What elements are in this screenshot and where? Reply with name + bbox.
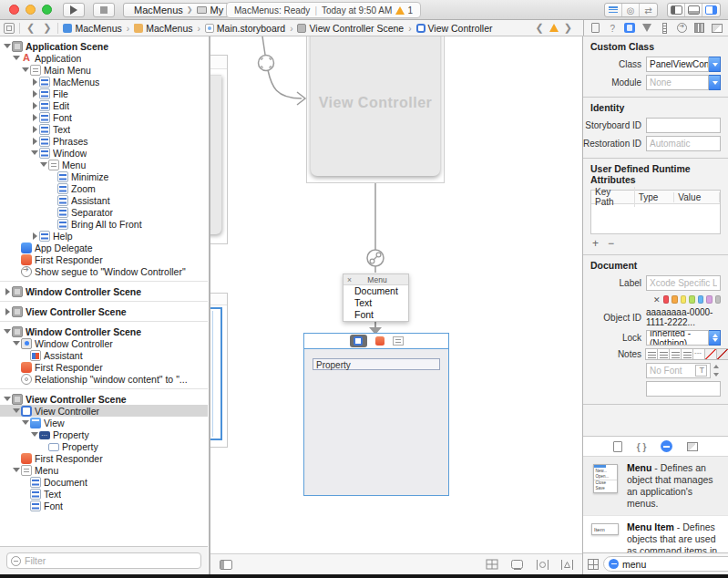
disclosure-triangle[interactable]	[30, 114, 39, 121]
class-dropdown-button[interactable]	[709, 57, 721, 72]
related-items-icon[interactable]	[4, 23, 15, 34]
outline-item[interactable]: First Responder	[0, 253, 208, 265]
disclosure-triangle[interactable]	[21, 67, 30, 72]
toggle-utilities-button[interactable]	[702, 4, 720, 16]
outline-item[interactable]: Window Controller Scene	[0, 285, 208, 297]
outline-item[interactable]: Menu	[0, 464, 208, 476]
disclosure-triangle[interactable]	[30, 90, 39, 98]
disclosure-triangle[interactable]	[3, 329, 12, 334]
menu-icon[interactable]	[393, 336, 404, 346]
disclosure-triangle[interactable]	[12, 468, 21, 472]
view-effects-inspector-tab[interactable]	[711, 22, 723, 34]
disclosure-triangle[interactable]	[39, 162, 48, 167]
media-library-tab[interactable]	[687, 442, 698, 451]
embed-in-stack-icon[interactable]	[486, 559, 499, 571]
disclosure-triangle[interactable]	[30, 432, 39, 437]
status-warning[interactable]: 1	[395, 5, 413, 15]
outline-item[interactable]: Zoom	[0, 182, 208, 194]
run-button[interactable]	[63, 3, 85, 17]
disclosure-triangle[interactable]	[30, 150, 39, 155]
notes-font-field[interactable]	[646, 363, 711, 378]
assistant-editor-button[interactable]	[622, 4, 640, 16]
disclosure-triangle[interactable]	[30, 232, 39, 240]
outline-item[interactable]: Font	[0, 500, 208, 511]
outline-item[interactable]: App Delegate	[0, 242, 208, 253]
standard-editor-button[interactable]	[605, 4, 622, 16]
panel-divider[interactable]	[210, 36, 210, 574]
outline-item[interactable]: Phrases	[0, 135, 208, 147]
breadcrumb-item[interactable]: Main.storyboard	[205, 23, 285, 34]
outline-item[interactable]: Assistant	[0, 349, 208, 361]
update-frames-icon[interactable]	[510, 559, 525, 571]
no-color-icon[interactable]	[653, 294, 661, 304]
minimize-window-button[interactable]	[26, 5, 36, 15]
outline-item[interactable]: Text	[0, 123, 208, 135]
outline-item[interactable]: Property	[0, 428, 208, 440]
lock-dropdown-button[interactable]	[709, 330, 721, 346]
align-right-button[interactable]	[669, 348, 682, 360]
breadcrumb-item[interactable]: MacMenus	[63, 23, 121, 34]
outline-item[interactable]: Text	[0, 488, 208, 500]
outline-item[interactable]: View Controller Scene	[0, 393, 208, 405]
label-color-swatch[interactable]	[706, 295, 713, 304]
view-controller-scene-frame[interactable]: View Controller	[306, 36, 445, 183]
outline-item[interactable]: Edit	[0, 99, 208, 111]
disclosure-triangle[interactable]	[3, 44, 12, 48]
font-size-stepper[interactable]	[713, 364, 721, 377]
module-field[interactable]: None	[646, 75, 709, 90]
class-field[interactable]: PanelViewController ⓧ	[646, 57, 709, 72]
outline-item[interactable]: Bring All to Front	[0, 218, 208, 230]
forward-button[interactable]: ❯	[41, 22, 53, 34]
bindings-inspector-tab[interactable]	[693, 22, 706, 34]
disclosure-triangle[interactable]	[3, 308, 12, 315]
view-controller-view[interactable]: View Controller	[311, 36, 440, 176]
code-snippet-library-tab[interactable]	[637, 441, 647, 452]
disclosure-triangle[interactable]	[30, 126, 39, 133]
spacing-button[interactable]	[692, 348, 705, 360]
panel-view-controller[interactable]	[303, 333, 449, 496]
align-icon[interactable]	[536, 559, 549, 571]
label-color-swatch[interactable]	[663, 295, 670, 304]
outline-item[interactable]: Application Scene	[0, 40, 208, 52]
lock-field[interactable]: Inherited - (Nothing)	[646, 330, 709, 346]
outline-filter-field[interactable]	[6, 552, 201, 569]
outline-item[interactable]: File	[0, 88, 208, 99]
add-constraints-icon[interactable]	[560, 559, 574, 571]
window-content-view[interactable]	[210, 75, 221, 234]
runtime-attributes-table[interactable]: Key PathTypeValue	[590, 190, 721, 234]
outline-item[interactable]: Relationship "window content" to "...	[0, 373, 208, 385]
document-label-field[interactable]	[646, 275, 721, 291]
disclosure-triangle[interactable]	[3, 288, 12, 295]
grid-view-button[interactable]	[588, 559, 599, 570]
align-left-button[interactable]	[645, 348, 658, 360]
object-library-tab[interactable]	[661, 440, 672, 452]
menu-popup-item[interactable]: Document	[343, 285, 408, 297]
outline-item[interactable]: View Controller	[0, 405, 208, 417]
identity-inspector-tab[interactable]	[623, 22, 636, 34]
notes-font-input[interactable]	[650, 366, 695, 376]
stop-button[interactable]	[93, 3, 115, 17]
window-controller-window[interactable]	[210, 55, 228, 244]
disclosure-triangle[interactable]	[30, 78, 39, 86]
outline-item[interactable]: Window Controller	[0, 337, 208, 349]
next-issue-button[interactable]: ❯	[562, 22, 574, 34]
quick-help-inspector-tab[interactable]	[606, 22, 619, 34]
disclosure-triangle[interactable]	[12, 341, 21, 346]
version-editor-button[interactable]	[640, 4, 657, 16]
outline-item[interactable]: Minimize	[0, 170, 208, 182]
menu-popup-item[interactable]: Font	[343, 309, 408, 321]
first-responder-icon[interactable]	[375, 336, 385, 346]
toggle-debug-button[interactable]	[685, 4, 702, 16]
outline-item[interactable]: Assistant	[0, 194, 208, 206]
label-color-swatch[interactable]	[715, 295, 722, 304]
outline-item[interactable]: Help	[0, 230, 208, 242]
label-color-swatch[interactable]	[672, 295, 678, 304]
outline-item[interactable]: First Responder	[0, 361, 208, 373]
file-template-library-tab[interactable]	[613, 441, 622, 452]
close-icon[interactable]: ×	[343, 275, 355, 284]
outline-item[interactable]: Document	[0, 476, 208, 488]
restoration-id-field[interactable]	[646, 136, 721, 151]
restoration-id-input[interactable]	[650, 139, 717, 149]
outline-item[interactable]: Separator	[0, 206, 208, 218]
disclosure-triangle[interactable]	[30, 102, 39, 109]
